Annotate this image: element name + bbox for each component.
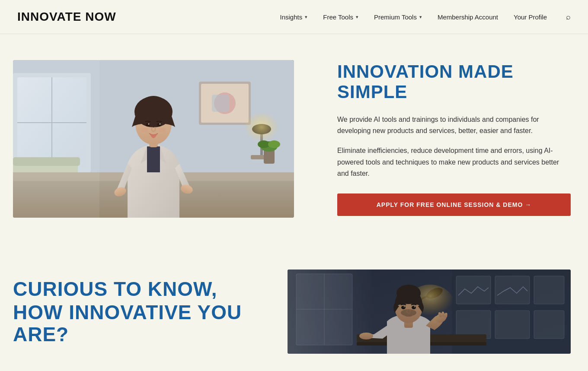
profile-label: Your Profile (514, 13, 547, 21)
svg-point-21 (268, 140, 280, 148)
svg-point-29 (146, 123, 150, 127)
free-tools-label: Free Tools (323, 13, 353, 21)
svg-point-31 (148, 124, 150, 125)
svg-point-32 (160, 124, 161, 125)
membership-label: Membership Account (438, 13, 498, 21)
premium-tools-label: Premium Tools (374, 13, 417, 21)
free-tools-chevron-icon: ▾ (356, 14, 358, 20)
insights-label: Insights (280, 13, 303, 21)
second-content: CURIOUS TO KNOW, HOW INNOVATIVE YOU ARE? (13, 278, 264, 346)
svg-rect-11 (212, 95, 229, 112)
site-header: INNOVATE NOW Insights ▾ Free Tools ▾ Pre… (0, 0, 588, 34)
svg-point-15 (244, 112, 279, 142)
nav-item-premium-tools[interactable]: Premium Tools ▾ (374, 13, 422, 21)
insights-chevron-icon: ▾ (305, 14, 307, 20)
premium-tools-chevron-icon: ▾ (419, 14, 422, 20)
second-title-line2: HOW INNOVATIVE YOU ARE? (13, 301, 255, 345)
second-illustration (288, 270, 571, 354)
svg-point-34 (159, 128, 166, 132)
second-title-line1: CURIOUS TO KNOW, (13, 278, 255, 300)
svg-rect-67 (288, 270, 571, 354)
hero-title: INNOVATION MADE SIMPLE (337, 62, 571, 101)
hero-image (13, 60, 294, 218)
nav-item-profile[interactable]: Your Profile (514, 13, 547, 21)
hero-content: INNOVATION MADE SIMPLE We provide AI too… (320, 62, 571, 216)
nav-item-membership[interactable]: Membership Account (438, 13, 498, 21)
main-nav: Insights ▾ Free Tools ▾ Premium Tools ▾ … (280, 13, 571, 22)
second-section: CURIOUS TO KNOW, HOW INNOVATIVE YOU ARE? (0, 244, 588, 371)
nav-item-free-tools[interactable]: Free Tools ▾ (323, 13, 358, 21)
cta-button[interactable]: APPLY FOR FREE ONLINE SESSION & DEMO → (337, 193, 571, 216)
svg-rect-35 (13, 60, 99, 218)
second-image (288, 270, 571, 354)
hero-paragraph-1: We provide AI tools and trainings to ind… (337, 114, 571, 137)
svg-point-33 (141, 128, 148, 132)
hero-section: INNOVATION MADE SIMPLE We provide AI too… (0, 34, 588, 244)
svg-point-28 (141, 96, 166, 115)
svg-rect-22 (147, 146, 160, 172)
svg-point-30 (157, 123, 161, 127)
site-logo[interactable]: INNOVATE NOW (17, 10, 116, 24)
search-icon[interactable]: ⌕ (566, 13, 571, 22)
hero-paragraph-2: Eliminate inefficiencies, reduce develop… (337, 145, 571, 179)
hero-illustration (13, 60, 294, 218)
svg-point-20 (258, 140, 270, 148)
nav-item-insights[interactable]: Insights ▾ (280, 13, 308, 21)
